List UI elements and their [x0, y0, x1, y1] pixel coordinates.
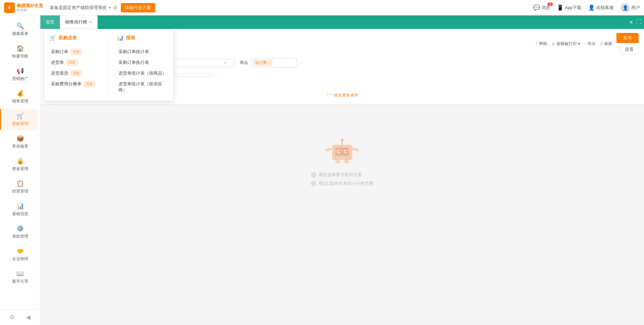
tab-maximize-btn[interactable]: ⛶	[636, 19, 641, 25]
refresh-btn[interactable]: ↺ 刷新	[600, 41, 612, 47]
sidebar-item-inventory[interactable]: 📦 库存核算	[3, 131, 37, 153]
tab-bar-right: ✕ ⛶	[629, 19, 644, 26]
logo-area: 6 畅捷通好生意 标准版	[4, 2, 44, 13]
print-arrow[interactable]: ▾	[578, 41, 580, 46]
dropdown-report-col: 📊 报表 采购订单统计表 采购订单执行表 进货单统计表（按商品） 进货单统计表（…	[117, 35, 168, 95]
app-download-label: App下载	[565, 5, 581, 11]
print-btn[interactable]: 🖨 按模板打印 ▾	[551, 41, 580, 47]
industry-btn[interactable]: 体验行业方案	[121, 3, 155, 12]
goods-tag-close[interactable]: ×	[267, 61, 270, 65]
dropdown-report-title: 📊 报表	[117, 35, 168, 43]
empty-text: 1 请先选择要分析的方案 2 用[过滤]条件来缩小分析范围	[311, 172, 373, 187]
export-btn[interactable]: ↑ 导出	[584, 41, 596, 47]
purchase-icon: 🛒	[16, 112, 24, 120]
dropdown-goods-return-history[interactable]: 历史	[71, 70, 82, 76]
dropdown-report-label: 报表	[126, 35, 135, 41]
collapse-label: 收起更多条件	[334, 92, 358, 98]
empty-illustration	[322, 131, 362, 165]
tab-sales-rank[interactable]: 销售排行榜 ✕	[60, 15, 98, 29]
goods-filter: 商品 设计费 × ···	[240, 58, 303, 68]
logo-sub-text: 标准版	[17, 8, 43, 12]
doc-status-arrow: ▾	[224, 60, 226, 65]
dropdown-purchase-col: 🛒 采购业务 采购订单 历史 进货单 历史 进货退货 历史 采购费用分摊单 历史	[49, 35, 101, 95]
sidebar-item-sales[interactable]: 💰 销售管理	[3, 86, 37, 108]
step-dot-2: 2	[311, 181, 316, 186]
logo-icon: 6	[4, 2, 15, 13]
goods-dots[interactable]: ···	[299, 60, 303, 65]
dropdown-receipt-stats-supplier-label: 进货单统计表（按供应商）	[118, 81, 167, 93]
dropdown-purchase-label: 采购业务	[58, 35, 77, 41]
dropdown-purchase-order-history[interactable]: 历史	[71, 49, 82, 55]
query-btn[interactable]: 查询	[616, 33, 639, 43]
dropdown-purchase-order-exec[interactable]: 采购订单执行表	[117, 57, 168, 68]
message-icon: 💬	[533, 4, 540, 11]
message-btn[interactable]: 💬 消息 9	[533, 4, 550, 11]
print-label: 按模板打印	[557, 41, 577, 47]
dropdown-purchase-order[interactable]: 采购订单 历史	[49, 46, 101, 57]
logo-text-area: 畅捷通好生意 标准版	[17, 3, 43, 12]
dropdown-receipt-stats-supplier[interactable]: 进货单统计表（按供应商）	[117, 79, 168, 95]
sidebar-label-finance: 资金管理	[12, 166, 28, 172]
sidebar-label-search: 搜索菜单	[12, 31, 28, 37]
sidebar-item-operation[interactable]: 📋 经营管理	[3, 176, 37, 198]
logo-main-text: 畅捷通好生意	[17, 3, 43, 8]
help-icon: ?	[535, 41, 538, 46]
sidebar-item-marketing[interactable]: 📢 营销推广	[3, 64, 37, 85]
goods-input[interactable]: 设计费 ×	[250, 58, 297, 68]
sidebar-item-basic-info[interactable]: 📊 基础信息	[3, 199, 37, 220]
dropdown-purchase-expense[interactable]: 采购费用分摊单 历史	[49, 79, 101, 89]
tab-home[interactable]: 首页	[40, 15, 60, 29]
sidebar-label-operation: 经营管理	[12, 189, 28, 194]
sidebar-item-guide[interactable]: 📖 新手引导	[3, 267, 37, 288]
refresh-icon: ↺	[600, 41, 603, 46]
dropdown-goods-return[interactable]: 进货退货 历史	[49, 68, 101, 79]
dropdown-purchase-expense-history[interactable]: 历史	[84, 81, 95, 87]
tab-close-all-btn[interactable]: ✕	[629, 19, 633, 26]
sidebar-item-finance[interactable]: 🔒 资金管理	[3, 154, 37, 175]
system-settings-icon[interactable]: ⚙	[113, 5, 117, 11]
sales-icon: 💰	[16, 90, 24, 97]
dropdown-purchase-order-label: 采购订单	[51, 49, 68, 55]
dropdown-goods-receipt[interactable]: 进货单 历史	[49, 57, 101, 68]
sidebar-label-marketing: 营销推广	[12, 76, 28, 82]
app-download-btn[interactable]: 📱 App下载	[557, 4, 581, 11]
dropdown-purchase-order-stats[interactable]: 采购订单统计表	[117, 46, 168, 57]
settings-btn[interactable]: 设置	[620, 44, 639, 54]
sidebar-label-enterprise: 企业协同	[12, 256, 28, 262]
empty-step1-text: 请先选择要分析的方案	[318, 172, 362, 178]
tab-bar: 首页 销售排行榜 ✕ ✕ ⛶	[40, 15, 644, 29]
svg-rect-11	[352, 148, 359, 152]
dropdown-purchase-order-stats-label: 采购订单统计表	[118, 49, 149, 55]
online-service-btn[interactable]: 👤 在线客服	[588, 4, 614, 11]
dropdown-goods-receipt-history[interactable]: 历史	[67, 59, 77, 66]
dropdown-purchase-order-exec-label: 采购订单执行表	[118, 59, 149, 66]
sidebar-item-purchase[interactable]: 🛒 采购管理	[3, 109, 37, 130]
user-label: 用户	[631, 5, 640, 11]
svg-point-6	[338, 151, 340, 153]
sidebar-item-system[interactable]: ⚙️ 系统管理	[3, 221, 37, 243]
dropdown-purchase-icon: 🛒	[49, 35, 56, 41]
purchase-dropdown-menu: 🛒 采购业务 采购订单 历史 进货单 历史 进货退货 历史 采购费用分摊单 历史…	[44, 29, 174, 101]
dropdown-receipt-stats-goods-label: 进货单统计表（按商品）	[118, 70, 167, 76]
sidebar-collapse-btn[interactable]: ◀	[26, 314, 31, 321]
enterprise-icon: 🤝	[16, 247, 24, 255]
sidebar-item-search[interactable]: 🔍 搜索菜单	[3, 19, 37, 40]
sidebar-bottom: ⚙ ◀	[0, 309, 40, 325]
tab-close-btn[interactable]: ✕	[89, 20, 92, 25]
sidebar: 🔍 搜索菜单 🏠 快捷导航 📢 营销推广 💰 销售管理 🛒 采购管理 📦 库存核…	[0, 15, 40, 325]
sidebar-label-basic-info: 基础信息	[12, 211, 28, 217]
system-title-arrow[interactable]: ▾	[109, 5, 111, 10]
online-service-label: 在线客服	[596, 5, 614, 11]
help-btn[interactable]: ? 帮助	[535, 41, 547, 47]
dropdown-receipt-stats-goods[interactable]: 进货单统计表（按商品）	[117, 68, 168, 79]
svg-point-9	[341, 139, 344, 141]
dropdown-goods-receipt-label: 进货单	[51, 59, 64, 66]
sidebar-item-enterprise[interactable]: 🤝 企业协同	[3, 244, 37, 265]
goods-tag: 设计费 ×	[253, 59, 272, 66]
empty-step-2: 2 用[过滤]条件来缩小分析范围	[311, 180, 373, 187]
sidebar-item-quick-nav[interactable]: 🏠 快捷导航	[3, 41, 37, 63]
sidebar-settings-btn[interactable]: ⚙	[9, 314, 15, 321]
salesperson-dots[interactable]: ···	[213, 72, 217, 77]
user-btn[interactable]: 👤 用户	[620, 3, 640, 12]
doc-status-select[interactable]: ▾	[167, 59, 235, 67]
